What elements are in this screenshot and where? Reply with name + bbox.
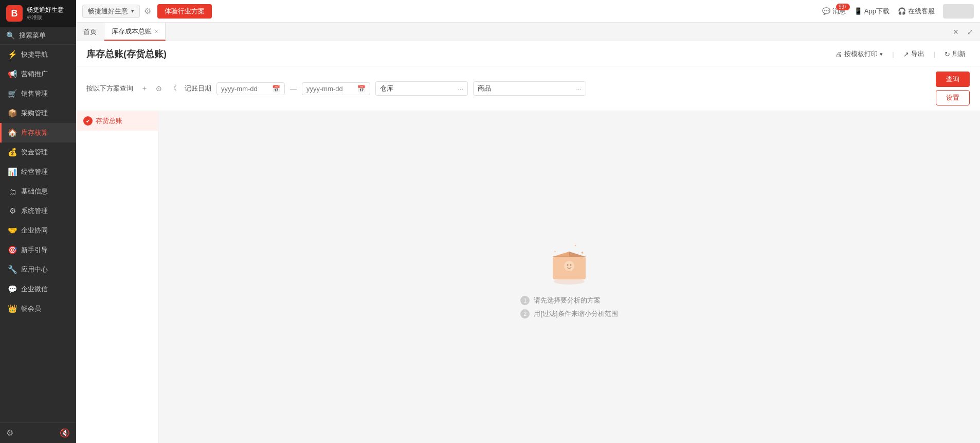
topbar: 畅捷通好生意 ▾ ⚙ 体验行业方案 💬 消息 99+ 📱 App下载 🎧 在线客… xyxy=(76,0,980,23)
scheme-sidebar: ✔ 存货总账 xyxy=(76,111,158,443)
guide-icon: 🎯 xyxy=(8,245,17,255)
panel-close-button[interactable]: ✕ xyxy=(950,26,961,38)
search-menu[interactable]: 🔍 搜索菜单 xyxy=(0,27,76,45)
refresh-icon: ↻ xyxy=(945,50,950,58)
sidebar-item-member[interactable]: 👑 畅会员 xyxy=(0,299,76,318)
message-item[interactable]: 💬 消息 99+ xyxy=(822,7,846,16)
app-download-item[interactable]: 📱 App下载 xyxy=(854,7,890,16)
topbar-right: 💬 消息 99+ 📱 App下载 🎧 在线客服 xyxy=(822,4,974,19)
empty-illustration: ✦ ✦ ✦ xyxy=(543,236,595,288)
user-avatar[interactable] xyxy=(943,4,974,19)
svg-point-8 xyxy=(570,264,571,265)
warehouse-field[interactable]: 仓库 ··· xyxy=(375,81,468,96)
logo-text: 畅捷通好生意 标准版 xyxy=(27,6,64,21)
message-icon: 💬 xyxy=(822,7,830,15)
print-template-button[interactable]: 🖨 按模板打印 ▾ xyxy=(831,47,887,61)
topbar-left: 畅捷通好生意 ▾ ⚙ 体验行业方案 xyxy=(82,4,822,19)
mobile-icon: 📱 xyxy=(854,7,862,15)
separator: | xyxy=(892,50,894,58)
tip-num-1: 1 xyxy=(520,296,530,305)
purchase-icon: 📦 xyxy=(8,109,17,118)
scheme-item-inventory-ledger[interactable]: ✔ 存货总账 xyxy=(76,111,158,131)
svg-text:✦: ✦ xyxy=(574,244,576,247)
empty-tips: 1 请先选择要分析的方案 2 用[过滤]条件来缩小分析范围 xyxy=(520,296,618,318)
app-logo: B 畅捷通好生意 标准版 xyxy=(0,0,76,27)
calendar-to-icon[interactable]: 📅 xyxy=(357,85,366,93)
operations-icon: 📊 xyxy=(8,167,17,176)
sidebar-footer: ⚙ 🔇 xyxy=(0,422,76,443)
sidebar-item-operations[interactable]: 📊 经营管理 xyxy=(0,162,76,182)
separator2: | xyxy=(934,50,935,58)
topbar-breadcrumb[interactable]: 畅捷通好生意 ▾ xyxy=(82,5,140,18)
sidebar-item-cooperation[interactable]: 🤝 企业协同 xyxy=(0,221,76,240)
print-icon: 🖨 xyxy=(836,50,842,58)
tab-home[interactable]: 首页 xyxy=(76,23,104,41)
sidebar-item-app-center[interactable]: 🔧 应用中心 xyxy=(0,260,76,279)
cooperation-icon: 🤝 xyxy=(8,226,17,235)
add-scheme-button[interactable]: ＋ xyxy=(138,82,151,95)
panel-expand-button[interactable]: ⤢ xyxy=(965,26,976,38)
enterprise-wx-icon: 💬 xyxy=(8,285,17,294)
sales-icon: 🛒 xyxy=(8,89,17,98)
page-header: 库存总账(存货总账) 🖨 按模板打印 ▾ | ↗ 导出 | ↻ xyxy=(76,41,980,66)
headset-icon: 🎧 xyxy=(898,7,906,15)
solution-button[interactable]: 体验行业方案 xyxy=(157,4,212,19)
sidebar-item-purchase[interactable]: 📦 采购管理 xyxy=(0,103,76,123)
export-button[interactable]: ↗ 导出 xyxy=(899,47,929,61)
sidebar-item-enterprise-wx[interactable]: 💬 企业微信 xyxy=(0,279,76,299)
page-actions: 🖨 按模板打印 ▾ | ↗ 导出 | ↻ 刷新 xyxy=(831,47,970,61)
date-label: 记账日期 xyxy=(185,84,211,93)
main-split: ✔ 存货总账 xyxy=(76,111,980,443)
content-area: 库存总账(存货总账) 🖨 按模板打印 ▾ | ↗ 导出 | ↻ xyxy=(76,41,980,443)
page-title-row: 库存总账(存货总账) 🖨 按模板打印 ▾ | ↗ 导出 | ↻ xyxy=(86,47,970,61)
sidebar-nav: ⚡ 快捷导航 📢 营销推广 🛒 销售管理 📦 采购管理 🏠 库存核算 💰 资金管… xyxy=(0,45,76,422)
settings-button[interactable]: 设置 xyxy=(936,90,970,105)
sidebar-item-marketing[interactable]: 📢 营销推广 xyxy=(0,64,76,84)
tab-inventory-ledger[interactable]: 库存成本总账 × xyxy=(104,23,166,41)
date-from-field[interactable]: 📅 xyxy=(216,82,285,95)
collapse-button[interactable]: 《 xyxy=(167,82,179,95)
empty-tip-1: 1 请先选择要分析的方案 xyxy=(520,296,618,305)
sidebar: B 畅捷通好生意 标准版 🔍 搜索菜单 ⚡ 快捷导航 📢 营销推广 🛒 销售管理… xyxy=(0,0,76,443)
calendar-from-icon[interactable]: 📅 xyxy=(272,85,280,93)
filter-actions: ＋ ⊙ 《 xyxy=(138,82,179,95)
sidebar-item-finance[interactable]: 💰 资金管理 xyxy=(0,143,76,162)
quick-nav-icon: ⚡ xyxy=(8,50,17,59)
tab-panel-controls: ✕ ⤢ xyxy=(950,23,980,41)
product-label: 商品 xyxy=(478,84,491,93)
scheme-dot: ✔ xyxy=(83,116,93,126)
sidebar-item-guide[interactable]: 🎯 新手引导 xyxy=(0,240,76,260)
inventory-icon: 🏠 xyxy=(8,128,17,137)
sidebar-item-basics[interactable]: 🗂 基础信息 xyxy=(0,182,76,201)
query-button[interactable]: 查询 xyxy=(936,72,970,87)
scheme-settings-button[interactable]: ⊙ xyxy=(153,82,165,95)
product-field[interactable]: 商品 ··· xyxy=(473,81,586,96)
footer-settings-icon[interactable]: ⚙ xyxy=(6,428,13,438)
topbar-gear-icon[interactable]: ⚙ xyxy=(144,6,151,16)
svg-point-7 xyxy=(567,264,568,265)
sidebar-item-inventory[interactable]: 🏠 库存核算 xyxy=(0,123,76,143)
page-title: 库存总账(存货总账) xyxy=(86,48,167,60)
system-icon: ⚙ xyxy=(8,206,17,216)
date-from-input[interactable] xyxy=(221,85,270,93)
tab-close-button[interactable]: × xyxy=(155,28,158,34)
filter-bar: 按以下方案查询 ＋ ⊙ 《 记账日期 📅 — 📅 仓库 ··· 商品 xyxy=(76,66,980,111)
date-to-input[interactable] xyxy=(306,85,355,93)
warehouse-more-icon[interactable]: ··· xyxy=(458,85,463,93)
date-to-field[interactable]: 📅 xyxy=(302,82,370,95)
refresh-button[interactable]: ↻ 刷新 xyxy=(940,47,970,61)
warehouse-label: 仓库 xyxy=(380,84,393,93)
finance-icon: 💰 xyxy=(8,148,17,157)
tab-bar: 首页 库存成本总账 × ✕ ⤢ xyxy=(76,23,980,41)
product-more-icon[interactable]: ··· xyxy=(576,85,582,93)
sidebar-item-quick-nav[interactable]: ⚡ 快捷导航 xyxy=(0,45,76,64)
svg-text:✦: ✦ xyxy=(554,250,556,253)
logo-icon: B xyxy=(6,5,23,22)
sidebar-item-sales[interactable]: 🛒 销售管理 xyxy=(0,84,76,103)
sidebar-item-system[interactable]: ⚙ 系统管理 xyxy=(0,201,76,221)
search-icon: 🔍 xyxy=(6,31,15,40)
svg-point-6 xyxy=(564,261,574,271)
online-support-item[interactable]: 🎧 在线客服 xyxy=(898,7,935,16)
footer-sound-icon[interactable]: 🔇 xyxy=(60,428,70,438)
export-icon: ↗ xyxy=(903,50,909,58)
